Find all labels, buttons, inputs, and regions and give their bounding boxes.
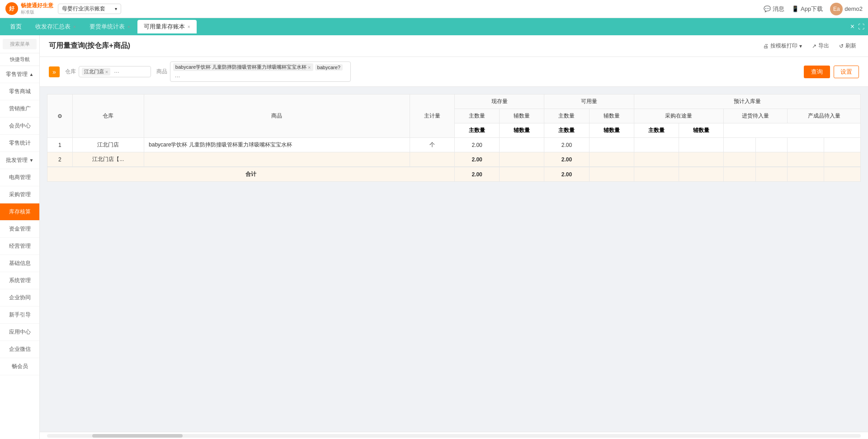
- product-more-button[interactable]: ···: [173, 73, 182, 80]
- col-warehouse: 仓库: [72, 94, 144, 138]
- tab-home[interactable]: 首页: [4, 20, 28, 33]
- row-stock-aux-1: [500, 138, 544, 152]
- logo-area: 好 畅捷通好生意 标准版: [5, 2, 53, 15]
- row-product-2: [144, 152, 410, 167]
- refresh-icon: ↺: [839, 43, 844, 49]
- sidebar-item-zero-stats-label: 零售统计: [9, 139, 31, 147]
- product-input[interactable]: babycare学饮杯 儿童防摔防撞吸管杯重力球吸嘴杯宝宝水杯 × babyca…: [170, 61, 351, 82]
- row-in-main-2: [724, 152, 755, 167]
- avatar: Ea: [830, 3, 843, 15]
- sidebar-item-purchase-label: 采购管理: [9, 191, 31, 198]
- quick-nav-button[interactable]: 快捷导航: [0, 53, 39, 66]
- sidebar-item-purchase[interactable]: 采购管理: [0, 186, 39, 203]
- logo-text-area: 畅捷通好生意 标准版: [21, 2, 53, 15]
- row-warehouse-2: 江北门店【...: [72, 152, 144, 167]
- col-unit: 主计量: [410, 94, 454, 138]
- expand-button[interactable]: ⛶: [858, 23, 864, 30]
- col-purchase-transit: 采购在途量: [634, 109, 723, 123]
- sidebar-item-zero-mall[interactable]: 零售商城: [0, 83, 39, 100]
- scroll-track[interactable]: [47, 434, 861, 438]
- sidebar-item-sys-mgmt[interactable]: 系统管理: [0, 272, 39, 289]
- sidebar-item-new-guide[interactable]: 新手引导: [0, 307, 39, 324]
- warehouse-filter-field: 仓库 江北门店 × ···: [65, 66, 151, 77]
- sidebar-item-enterprise-wx-label: 企业微信: [9, 345, 31, 353]
- sidebar-item-sys-mgmt-label: 系统管理: [9, 277, 31, 284]
- footer-label: 合计: [47, 167, 455, 182]
- chevron-down-icon: ▾: [115, 6, 117, 11]
- col-settings[interactable]: ⚙: [47, 94, 73, 138]
- product-tag-close[interactable]: ×: [308, 65, 311, 70]
- sidebar-item-zero-mall-label: 零售商城: [9, 88, 31, 95]
- warehouse-more-button[interactable]: ···: [112, 68, 121, 76]
- main-layout: 搜索菜单 快捷导航 零售管理 ▲ 零售商城 营销推广 会员中心 零售统计 批发管…: [0, 35, 868, 439]
- sidebar-item-inventory[interactable]: 库存核算: [0, 203, 39, 221]
- sidebar-item-finance-label: 资金管理: [9, 225, 31, 233]
- export-button[interactable]: ↗ 导出: [809, 41, 832, 51]
- warehouse-input[interactable]: 江北门店 × ···: [79, 66, 151, 77]
- tab-shoufayun[interactable]: 收发存汇总表 ×: [29, 20, 82, 33]
- warehouse-tag-label: 江北门店: [84, 68, 104, 75]
- message-icon: 💬: [764, 5, 771, 12]
- print-icon: 🖨: [763, 43, 769, 49]
- row-stock-main-2: 2.00: [454, 152, 499, 167]
- settings-button[interactable]: 设置: [834, 66, 859, 78]
- warehouse-tag-close[interactable]: ×: [105, 69, 108, 75]
- template-print-label: 按模板打印: [770, 42, 797, 50]
- footer-pt-main: [634, 167, 679, 182]
- refresh-button[interactable]: ↺ 刷新: [836, 41, 859, 51]
- tab-shoufayun-close[interactable]: ×: [73, 24, 76, 29]
- filter-expand-button[interactable]: »: [49, 66, 60, 77]
- sidebar-item-member-plus-label: 畅会员: [12, 363, 28, 370]
- logo-icon: 好: [5, 2, 18, 15]
- row-pt-main-1: [634, 138, 679, 152]
- col-finished: 产成品待入量: [788, 109, 861, 123]
- row-pt-main-2: [634, 152, 679, 167]
- col-available-group: 可用量: [544, 94, 634, 109]
- tab-keyong-close[interactable]: ×: [188, 24, 190, 29]
- message-button[interactable]: 💬 消息: [764, 5, 784, 13]
- tab-keyong[interactable]: 可用量库存账本 ×: [137, 20, 197, 33]
- tab-yaohuo-close[interactable]: ×: [127, 24, 130, 29]
- logo-sub-text: 标准版: [21, 9, 53, 15]
- footer-stock-main: 2.00: [454, 167, 499, 182]
- content-area: 可用量查询(按仓库+商品) 🖨 按模板打印 ▾ ↗ 导出 ↺ 刷新 »: [40, 35, 868, 439]
- user-menu[interactable]: Ea demo2: [830, 3, 863, 15]
- sidebar-item-app-center[interactable]: 应用中心: [0, 324, 39, 341]
- sidebar-item-enterprise[interactable]: 企业协同: [0, 289, 39, 307]
- product-filter-field: 商品 babycare学饮杯 儿童防摔防撞吸管杯重力球吸嘴杯宝宝水杯 × bab…: [156, 61, 351, 82]
- sidebar-item-member[interactable]: 会员中心: [0, 118, 39, 135]
- search-menu-button[interactable]: 搜索菜单: [3, 39, 37, 49]
- sidebar-item-member-label: 会员中心: [9, 122, 31, 130]
- sidebar-item-marketing-label: 营销推广: [9, 105, 31, 113]
- template-print-button[interactable]: 🖨 按模板打印 ▾: [760, 41, 805, 51]
- tab-yaohuo[interactable]: 要货单统计表 ×: [83, 20, 137, 33]
- query-button[interactable]: 查询: [804, 66, 830, 78]
- sidebar-item-enterprise-wx[interactable]: 企业微信: [0, 341, 39, 358]
- sidebar-item-zero-sales[interactable]: 零售管理 ▲: [0, 66, 39, 83]
- row-product-1: babycare学饮杯 儿童防摔防撞吸管杯重力球吸嘴杯宝宝水杯: [144, 138, 410, 152]
- top-bar-left: 好 畅捷通好生意 标准版 母婴行业演示账套 ▾: [5, 2, 121, 15]
- industry-selector[interactable]: 母婴行业演示账套 ▾: [58, 4, 121, 14]
- sidebar-item-basic-info[interactable]: 基础信息: [0, 255, 39, 272]
- message-label: 消息: [773, 5, 784, 13]
- close-all-tabs-button[interactable]: ×: [850, 23, 854, 31]
- app-download-button[interactable]: 📱 App下载: [792, 5, 823, 13]
- row-fin-aux-2: [824, 152, 860, 167]
- sidebar-item-batch-mgmt[interactable]: 批发管理 ▼: [0, 152, 39, 169]
- col-stock-main: 主数量: [454, 109, 499, 123]
- sidebar-item-operations[interactable]: 经营管理: [0, 238, 39, 255]
- sidebar-item-zero-stats[interactable]: 零售统计: [0, 135, 39, 152]
- sidebar-item-marketing[interactable]: 营销推广: [0, 100, 39, 118]
- row-fin-main-2: [788, 152, 824, 167]
- sidebar-item-ecommerce-label: 电商管理: [9, 174, 31, 181]
- col-incoming: 进货待入量: [724, 109, 788, 123]
- sidebar-item-finance[interactable]: 资金管理: [0, 221, 39, 238]
- sidebar-item-member-plus[interactable]: 畅会员: [0, 358, 39, 375]
- col-predicted-group: 预计入库量: [634, 94, 860, 109]
- scroll-thumb[interactable]: [92, 434, 183, 438]
- industry-selector-label: 母婴行业演示账套: [62, 5, 105, 13]
- chevron-down-icon-print: ▾: [799, 43, 802, 49]
- row-num-1: 1: [47, 138, 73, 152]
- sidebar-item-ecommerce[interactable]: 电商管理: [0, 169, 39, 186]
- row-in-aux-2: [755, 152, 787, 167]
